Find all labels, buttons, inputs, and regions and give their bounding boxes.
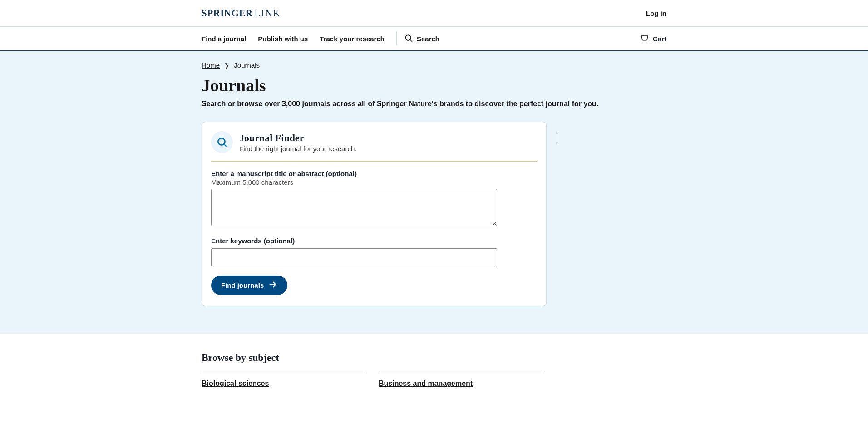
arrow-right-icon [264,280,277,290]
nav-find-journal[interactable]: Find a journal [202,35,246,43]
logo-secondary-text: LINK [255,8,281,19]
nav-cart-label: Cart [653,35,666,43]
breadcrumb-current: Journals [234,61,260,69]
manuscript-input[interactable] [211,189,497,226]
finder-title: Journal Finder [239,132,356,144]
nav-cart[interactable]: Cart [640,34,666,44]
logo-primary-text: SPRINGER [202,8,253,19]
keywords-label: Enter keywords (optional) [211,237,537,245]
login-link[interactable]: Log in [646,10,666,17]
manuscript-hint: Maximum 5,000 characters [211,178,537,186]
breadcrumb-home[interactable]: Home [202,61,220,69]
subject-link-business-management[interactable]: Business and management [379,379,473,387]
nav-search-label: Search [417,35,439,43]
subject-item: Business and management [379,373,542,388]
text-caret [556,134,556,142]
page-subtitle: Search or browse over 3,000 journals acr… [202,100,666,108]
nav-publish[interactable]: Publish with us [258,35,308,43]
find-journals-button[interactable]: Find journals [211,276,287,295]
main-nav: Find a journal Publish with us Track you… [0,27,868,51]
nav-search[interactable]: Search [404,34,439,44]
breadcrumb: Home ❯ Journals [202,61,666,69]
keywords-input[interactable] [211,248,497,266]
cart-icon [640,34,653,44]
hero-section: Home ❯ Journals Journals Search or brows… [0,51,868,334]
chevron-right-icon: ❯ [224,62,229,69]
finder-subtitle: Find the right journal for your research… [239,145,356,153]
top-header: SPRINGERLINK Log in [0,0,868,27]
browse-heading: Browse by subject [202,352,666,364]
magnifier-icon [211,131,233,153]
svg-line-3 [224,144,227,147]
manuscript-label: Enter a manuscript title or abstract (op… [211,170,537,177]
svg-line-1 [410,39,412,41]
find-journals-label: Find journals [221,281,264,289]
subject-item: Biological sciences [202,373,365,388]
subject-link-biological-sciences[interactable]: Biological sciences [202,379,269,387]
search-icon [404,34,417,44]
browse-section: Browse by subject Biological sciences Bu… [0,334,868,415]
nav-track[interactable]: Track your research [320,35,385,43]
journal-finder-card: Journal Finder Find the right journal fo… [202,122,547,306]
nav-divider [396,32,397,45]
page-title: Journals [202,75,666,95]
site-logo[interactable]: SPRINGERLINK [202,8,281,19]
